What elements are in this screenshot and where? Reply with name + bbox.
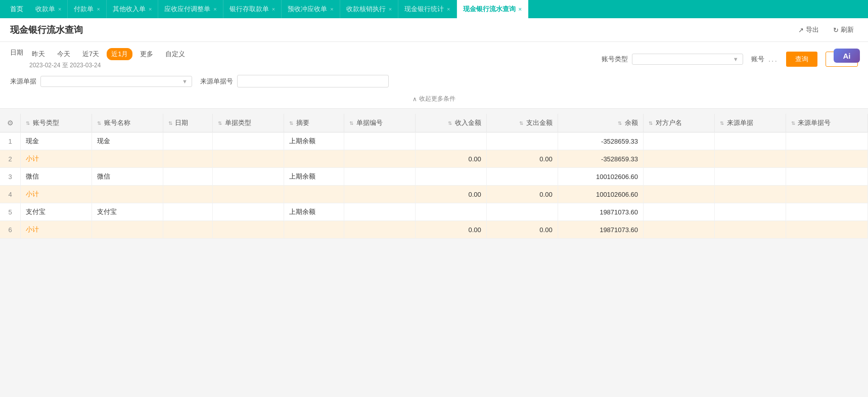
export-button[interactable]: ↗ 导出 [794, 23, 823, 36]
close-icon[interactable]: × [330, 6, 333, 12]
sort-icon: ⇅ [448, 120, 452, 126]
cell-account-name [92, 186, 163, 203]
cell-date [163, 168, 213, 186]
close-icon[interactable]: × [519, 6, 522, 12]
collapse-icon: ∧ [413, 96, 417, 103]
cell-source-doc-num [786, 186, 867, 203]
cell-date [163, 150, 213, 168]
gear-icon[interactable]: ⚙ [5, 118, 15, 128]
cell-doc-num [344, 203, 416, 221]
date-btn-today[interactable]: 今天 [53, 48, 75, 60]
date-btn-7days[interactable]: 近7天 [78, 48, 104, 60]
close-icon[interactable]: × [58, 6, 61, 12]
cell-doc-type [213, 203, 284, 221]
chevron-down-icon: ▼ [733, 56, 739, 62]
nav-tab-8[interactable]: 现金银行流水查询 × [457, 0, 528, 18]
header-actions: ↗ 导出 ↻ 刷新 [794, 23, 858, 36]
gear-column-header[interactable]: ⚙ [0, 114, 21, 133]
close-icon[interactable]: × [447, 6, 450, 12]
cell-source-doc [714, 168, 786, 186]
date-btn-custom[interactable]: 自定义 [161, 48, 190, 60]
nav-tab-5[interactable]: 预收冲应收单 × [282, 0, 340, 18]
filter-row-1: 日期 昨天 今天 近7天 近1月 更多 自定义 2023-02-24 至 202… [10, 48, 858, 70]
table-row[interactable]: 2小计0.000.00-3528659.33 [0, 150, 868, 168]
nav-tab-6[interactable]: 收款核销执行 × [340, 0, 398, 18]
cell-source-doc [714, 133, 786, 150]
col-date[interactable]: ⇅ 日期 [163, 114, 213, 133]
cell-expense [486, 203, 558, 221]
nav-tab-7[interactable]: 现金银行统计 × [398, 0, 456, 18]
nav-tab-1[interactable]: 付款单 × [68, 0, 106, 18]
sort-icon: ⇅ [26, 120, 30, 126]
collapse-bar[interactable]: ∧ 收起更多条件 [10, 93, 858, 104]
col-income[interactable]: ⇅ 收入金额 [415, 114, 486, 133]
cell-doc-type [213, 168, 284, 186]
cell-summary: 上期余额 [284, 203, 344, 221]
cell-expense: 0.00 [486, 221, 558, 239]
cell-summary: 上期余额 [284, 168, 344, 186]
cell-balance: 19871073.60 [558, 203, 643, 221]
page-title: 现金银行流水查询 [10, 24, 83, 36]
nav-tab-4[interactable]: 银行存取款单 × [223, 0, 282, 18]
sort-icon: ⇅ [218, 120, 222, 126]
close-icon[interactable]: × [272, 6, 275, 12]
close-icon[interactable]: × [389, 6, 392, 12]
date-btn-yesterday[interactable]: 昨天 [27, 48, 50, 60]
query-button[interactable]: 查询 [786, 52, 817, 67]
export-icon: ↗ [798, 26, 804, 34]
close-icon[interactable]: × [97, 6, 100, 12]
more-icon[interactable]: ... [768, 55, 778, 64]
source-doc-num-filter: 来源单据号 [200, 75, 389, 87]
cell-source-doc-num [786, 221, 867, 239]
cell-summary: 上期余额 [284, 133, 344, 150]
cell-account-name: 支付宝 [92, 203, 163, 221]
date-btn-1month[interactable]: 近1月 [107, 48, 132, 60]
cell-expense: 0.00 [486, 150, 558, 168]
col-source-doc-num[interactable]: ⇅ 来源单据号 [786, 114, 867, 133]
col-account-type[interactable]: ⇅ 账号类型 [21, 114, 92, 133]
col-summary[interactable]: ⇅ 摘要 [284, 114, 344, 133]
col-doc-num[interactable]: ⇅ 单据编号 [344, 114, 416, 133]
account-type-select[interactable]: ▼ [632, 54, 743, 65]
col-counterpart[interactable]: ⇅ 对方户名 [644, 114, 715, 133]
col-source-doc[interactable]: ⇅ 来源单据 [714, 114, 786, 133]
cell-date [163, 133, 213, 150]
table-row[interactable]: 3微信微信上期余额100102606.60 [0, 168, 868, 186]
cell-doc-type [213, 221, 284, 239]
row-number: 5 [0, 203, 21, 221]
cell-summary [284, 186, 344, 203]
account-type-filter: 账号类型 ▼ [602, 54, 743, 65]
source-doc-num-label: 来源单据号 [200, 77, 233, 86]
chevron-down-icon: ▼ [182, 78, 188, 84]
table-row[interactable]: 1现金现金上期余额-3528659.33 [0, 133, 868, 150]
cell-account-name: 微信 [92, 168, 163, 186]
col-account-name[interactable]: ⇅ 账号名称 [92, 114, 163, 133]
cell-balance: 100102606.60 [558, 186, 643, 203]
source-doc-select[interactable]: ▼ [40, 76, 192, 87]
cell-date [163, 186, 213, 203]
table-row[interactable]: 4小计0.000.00100102606.60 [0, 186, 868, 203]
nav-tab-2[interactable]: 其他收入单 × [107, 0, 158, 18]
cell-source-doc [714, 221, 786, 239]
close-icon[interactable]: × [213, 6, 216, 12]
cell-source-doc-num [786, 168, 867, 186]
close-icon[interactable]: × [149, 6, 152, 12]
cell-doc-num [344, 150, 416, 168]
ai-badge[interactable]: Ai [834, 49, 860, 63]
table-row[interactable]: 5支付宝支付宝上期余额19871073.60 [0, 203, 868, 221]
refresh-button[interactable]: ↻ 刷新 [829, 23, 858, 36]
row-number: 6 [0, 221, 21, 239]
col-balance[interactable]: ⇅ 余额 [558, 114, 643, 133]
table-row[interactable]: 6小计0.000.0019871073.60 [0, 221, 868, 239]
nav-tab-3[interactable]: 应收应付调整单 × [158, 0, 223, 18]
date-btn-more[interactable]: 更多 [135, 48, 158, 60]
nav-home[interactable]: 首页 [4, 5, 29, 14]
source-doc-num-input[interactable] [237, 75, 389, 87]
col-expense[interactable]: ⇅ 支出金额 [486, 114, 558, 133]
top-nav: 首页 收款单 × 付款单 × 其他收入单 × 应收应付调整单 × 银行存取款单 … [0, 0, 868, 18]
cell-counterpart [644, 221, 715, 239]
nav-tab-0[interactable]: 收款单 × [29, 0, 68, 18]
col-doc-type[interactable]: ⇅ 单据类型 [213, 114, 284, 133]
cell-income: 0.00 [415, 186, 486, 203]
account-label: 账号 [751, 55, 764, 64]
